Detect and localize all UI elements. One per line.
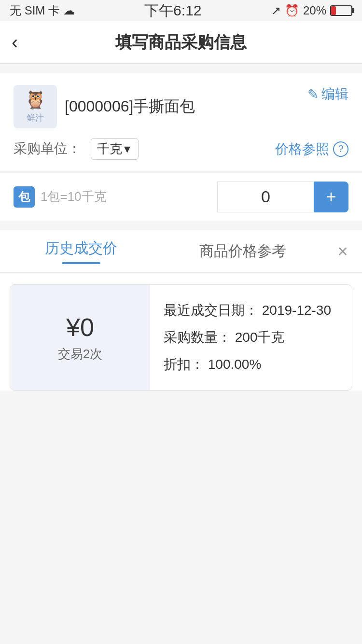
product-thumbnail-icon: 🦉 — [25, 90, 46, 110]
qty-value: 200千克 — [235, 330, 285, 345]
unit-value: 千克 — [97, 140, 122, 157]
product-unit-row: 采购单位： 千克 ▾ 价格参照 ? — [14, 138, 348, 160]
price-ref-label: 价格参照 — [275, 140, 329, 158]
tab-history-price[interactable]: 历史成交价 — [0, 230, 162, 272]
qty-label: 采购数量： — [164, 330, 231, 345]
battery-icon — [330, 5, 352, 16]
location-icon: ↗ — [271, 4, 281, 17]
edit-label: 编辑 — [321, 85, 348, 103]
chevron-down-icon: ▾ — [124, 141, 130, 156]
status-bar: 无 SIM 卡 ☁ 下午6:12 ↗ ⏰ 20% — [0, 0, 362, 21]
unit-select[interactable]: 千克 ▾ — [91, 138, 139, 160]
tab-active-indicator — [62, 262, 100, 264]
alarm-icon: ⏰ — [285, 4, 299, 17]
tab1-label: 历史成交价 — [45, 238, 117, 258]
edit-button[interactable]: ✎ 编辑 — [307, 85, 348, 103]
history-trades-count: 交易2次 — [58, 346, 102, 363]
sim-label: 无 SIM 卡 ☁ — [10, 3, 75, 18]
history-discount-row: 折扣： 100.00% — [164, 354, 338, 375]
product-thumbnail: 🦉 鲜汁 — [14, 85, 57, 128]
nav-bar: ‹ 填写商品采购信息 — [0, 21, 362, 64]
quantity-bar: 包 1包=10千克 0 + — [0, 172, 362, 221]
battery-percent: 20% — [303, 4, 326, 17]
page-title: 填写商品采购信息 — [115, 31, 247, 54]
unit-label: 采购单位： — [14, 141, 81, 156]
history-price-section: ¥0 交易2次 — [10, 285, 150, 390]
product-header: 🦉 鲜汁 [0000006]手撕面包 ✎ 编辑 — [14, 85, 348, 128]
quantity-right: 0 + — [217, 182, 348, 212]
edit-icon: ✎ — [307, 86, 319, 102]
thumbnail-label: 鲜汁 — [27, 112, 44, 124]
status-time: 下午6:12 — [144, 1, 201, 21]
price-ref-button[interactable]: 价格参照 ? — [275, 140, 348, 158]
date-value: 2019-12-30 — [262, 303, 331, 318]
tab2-label: 商品价格参考 — [199, 241, 286, 261]
history-qty-row: 采购数量： 200千克 — [164, 327, 338, 348]
tab-close-button[interactable]: × — [323, 241, 362, 262]
unit-badge: 包 — [14, 186, 35, 208]
quantity-plus-button[interactable]: + — [314, 182, 348, 212]
history-date-row: 最近成交日期： 2019-12-30 — [164, 300, 338, 321]
history-details-section: 最近成交日期： 2019-12-30 采购数量： 200千克 折扣： 100.0… — [150, 285, 352, 390]
status-right: ↗ ⏰ 20% — [271, 4, 352, 17]
product-card: 🦉 鲜汁 [0000006]手撕面包 ✎ 编辑 采购单位： 千克 ▾ 价格参照 … — [0, 73, 362, 171]
history-price-value: ¥0 — [66, 313, 94, 342]
info-icon: ? — [333, 141, 348, 157]
date-label: 最近成交日期： — [164, 303, 258, 318]
back-button[interactable]: ‹ — [12, 31, 18, 53]
status-left: 无 SIM 卡 ☁ — [10, 3, 75, 18]
product-name: [0000006]手撕面包 — [65, 96, 195, 117]
history-card: ¥0 交易2次 最近成交日期： 2019-12-30 采购数量： 200千克 折… — [10, 284, 352, 391]
tabs-section: 历史成交价 商品价格参考 × ¥0 交易2次 最近成交日期： 2019-12-3… — [0, 230, 362, 391]
quantity-input[interactable]: 0 — [217, 182, 314, 212]
tabs-header: 历史成交价 商品价格参考 × — [0, 230, 362, 273]
bottom-space — [0, 402, 362, 644]
unit-hint: 1包=10千克 — [41, 188, 107, 205]
quantity-left: 包 1包=10千克 — [14, 186, 107, 208]
unit-section: 采购单位： 千克 ▾ — [14, 138, 139, 160]
discount-label: 折扣： — [164, 357, 204, 372]
product-left: 🦉 鲜汁 [0000006]手撕面包 — [14, 85, 195, 128]
tab-product-price-ref[interactable]: 商品价格参考 — [162, 230, 323, 272]
discount-value: 100.00% — [208, 357, 262, 372]
